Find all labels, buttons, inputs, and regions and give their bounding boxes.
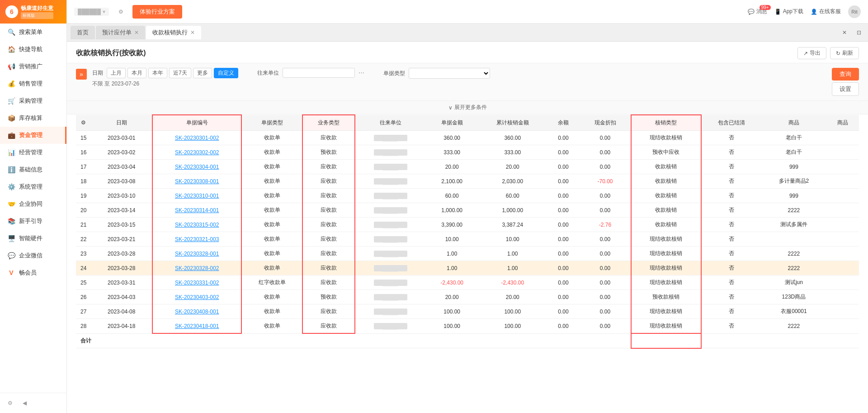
cell-cancel-type: 现结收款核销 xyxy=(631,304,701,319)
th-discount[interactable]: 现金折扣 xyxy=(580,115,631,131)
more-filters-dots[interactable]: ··· xyxy=(359,69,364,77)
gear-icon[interactable]: ⚙ xyxy=(114,5,127,18)
cell-biz-type: 应收款 xyxy=(302,319,354,334)
th-doc-no[interactable]: 单据编号 xyxy=(152,115,241,131)
sidebar-item-label: 快捷导航 xyxy=(19,45,42,53)
th-settings[interactable]: ⚙ xyxy=(76,115,91,131)
sidebar-item-quick-nav[interactable]: 🏠 快捷导航 xyxy=(0,41,66,58)
this-year-btn[interactable]: 本年 xyxy=(148,68,167,78)
doc-no-link[interactable]: SK-20230403-002 xyxy=(175,294,219,300)
cell-date: 2023-03-28 xyxy=(91,247,152,261)
doc-no-link[interactable]: SK-20230314-001 xyxy=(175,207,219,214)
sidebar-item-marketing[interactable]: 📢 营销推广 xyxy=(0,58,66,75)
cell-no: 23 xyxy=(76,247,91,261)
doc-no-link[interactable]: SK-20230315-002 xyxy=(175,222,219,228)
sidebar-item-purchase[interactable]: 🛒 采购管理 xyxy=(0,92,66,109)
close-window-btn[interactable]: ✕ xyxy=(839,27,850,38)
cell-cancel-type: 现结收款核销 xyxy=(631,261,701,275)
th-date[interactable]: 日期 xyxy=(91,115,152,131)
branch-selector[interactable]: ██████ ▾ xyxy=(74,8,109,16)
plan-button[interactable]: 体验行业方案 xyxy=(132,5,182,19)
doc-type-row: 单据类型 xyxy=(383,68,490,79)
sidebar-item-label: 系统管理 xyxy=(19,183,42,191)
sidebar-item-guide[interactable]: 📚 新手引导 xyxy=(0,213,66,230)
this-month-btn[interactable]: 本月 xyxy=(127,68,146,78)
cell-included: 否 xyxy=(701,232,762,247)
tab-prepaid-close[interactable]: ✕ xyxy=(134,29,139,36)
th-amount[interactable]: 单据金额 xyxy=(425,115,478,131)
doc-no-link[interactable]: SK-20230321-003 xyxy=(175,236,219,242)
cell-cancel-type: 预收中应收 xyxy=(631,145,701,160)
doc-no-link[interactable]: SK-20230408-001 xyxy=(175,309,219,315)
settings-bottom-btn[interactable]: ⚙ xyxy=(4,397,16,409)
doc-no-link[interactable]: SK-20230328-002 xyxy=(175,265,219,271)
app-download-btn[interactable]: 📱 App下载 xyxy=(774,8,803,15)
doc-no-link[interactable]: SK-20230331-002 xyxy=(175,280,219,286)
refresh-button[interactable]: ↻ 刷新 xyxy=(830,47,859,59)
tab-receipt-exec-close[interactable]: ✕ xyxy=(190,29,195,36)
doc-no-link[interactable]: SK-20230308-001 xyxy=(175,178,219,185)
sidebar-item-system[interactable]: ⚙️ 系统管理 xyxy=(0,178,66,195)
sidebar-item-sales[interactable]: 💰 销售管理 xyxy=(0,75,66,92)
doc-no-link[interactable]: SK-20230304-001 xyxy=(175,164,219,170)
message-badge: 99+ xyxy=(760,5,771,10)
cell-no: 19 xyxy=(76,189,91,203)
avatar[interactable]: Rit xyxy=(848,5,861,18)
doc-no-link[interactable]: SK-20230418-001 xyxy=(175,323,219,329)
th-balance[interactable]: 余额 xyxy=(547,115,580,131)
cell-discount: 0.00 xyxy=(580,232,631,247)
cell-amount: 2,100.00 xyxy=(425,174,478,189)
th-cancel-type[interactable]: 核销类型 xyxy=(631,115,701,131)
filter-expand-btn[interactable]: » xyxy=(76,69,87,80)
tab-receipt-exec[interactable]: 收款核销执行 ✕ xyxy=(146,26,201,39)
cell-goods2 xyxy=(826,160,859,174)
cell-date: 2023-04-08 xyxy=(91,304,152,319)
th-partner[interactable]: 往来单位 xyxy=(355,115,426,131)
sidebar-item-member[interactable]: V 畅会员 xyxy=(0,264,66,281)
sidebar-item-wechat[interactable]: 💬 企业微信 xyxy=(0,247,66,264)
sidebar-item-finance[interactable]: 💼 资金管理 xyxy=(0,127,66,144)
sidebar-item-hardware[interactable]: 🖥️ 智能硬件 xyxy=(0,230,66,247)
th-biz-type[interactable]: 业务类型 xyxy=(302,115,354,131)
th-goods1[interactable]: 商品 xyxy=(761,115,826,131)
table-row: 28 2023-04-18 SK-20230418-001 收款单 应收款 ██… xyxy=(76,319,859,334)
th-accum[interactable]: 累计核销金额 xyxy=(478,115,547,131)
sidebar-item-basic[interactable]: ℹ️ 基础信息 xyxy=(0,161,66,178)
doc-no-link[interactable]: SK-20230301-002 xyxy=(175,135,219,141)
doc-type-select[interactable] xyxy=(409,68,490,79)
cell-included: 否 xyxy=(701,319,762,334)
date-label: 日期 xyxy=(92,69,103,77)
cell-included: 否 xyxy=(701,174,762,189)
maximize-window-btn[interactable]: ⊡ xyxy=(854,27,864,38)
query-button[interactable]: 查询 xyxy=(832,68,859,81)
message-btn[interactable]: 💬 消息 99+ xyxy=(748,8,767,15)
th-doc-type[interactable]: 单据类型 xyxy=(241,115,302,131)
th-included[interactable]: 包含已结清 xyxy=(701,115,762,131)
doc-no-link[interactable]: SK-20230310-001 xyxy=(175,193,219,199)
table-row: 18 2023-03-08 SK-20230308-001 收款单 应收款 ██… xyxy=(76,174,859,189)
sidebar-item-inventory[interactable]: 📦 库存核算 xyxy=(0,109,66,127)
sidebar-item-operation[interactable]: 📊 经营管理 xyxy=(0,144,66,161)
last-7-days-btn[interactable]: 近7天 xyxy=(169,68,191,78)
custom-date-btn[interactable]: 自定义 xyxy=(214,68,238,78)
cell-discount: 0.00 xyxy=(580,247,631,261)
settings-button[interactable]: 设置 xyxy=(832,82,859,96)
more-date-btn[interactable]: 更多 xyxy=(193,68,212,78)
sidebar-item-label: 销售管理 xyxy=(19,80,42,88)
collapse-btn[interactable]: ◀ xyxy=(18,397,31,409)
partner-input[interactable] xyxy=(283,68,355,78)
doc-no-link[interactable]: SK-20230302-002 xyxy=(175,149,219,156)
sidebar-item-search[interactable]: 🔍 搜索菜单 xyxy=(0,24,66,41)
cell-amount: 1,000.00 xyxy=(425,203,478,218)
th-goods2[interactable]: 商品 xyxy=(826,115,859,131)
last-month-btn[interactable]: 上月 xyxy=(107,68,126,78)
expand-more-btn[interactable]: ∨ 展开更多条件 xyxy=(67,101,868,114)
table-row: 15 2023-03-01 SK-20230301-002 收款单 应收款 ██… xyxy=(76,131,859,145)
tab-prepaid[interactable]: 预计应付单 ✕ xyxy=(96,26,145,39)
cell-date: 2023-04-18 xyxy=(91,319,152,334)
tab-home[interactable]: 首页 xyxy=(71,26,95,39)
export-button[interactable]: ↗ 导出 xyxy=(797,47,826,59)
doc-no-link[interactable]: SK-20230328-001 xyxy=(175,251,219,257)
online-service-btn[interactable]: 👤 在线客服 xyxy=(811,8,841,15)
sidebar-item-enterprise[interactable]: 🤝 企业协同 xyxy=(0,195,66,213)
